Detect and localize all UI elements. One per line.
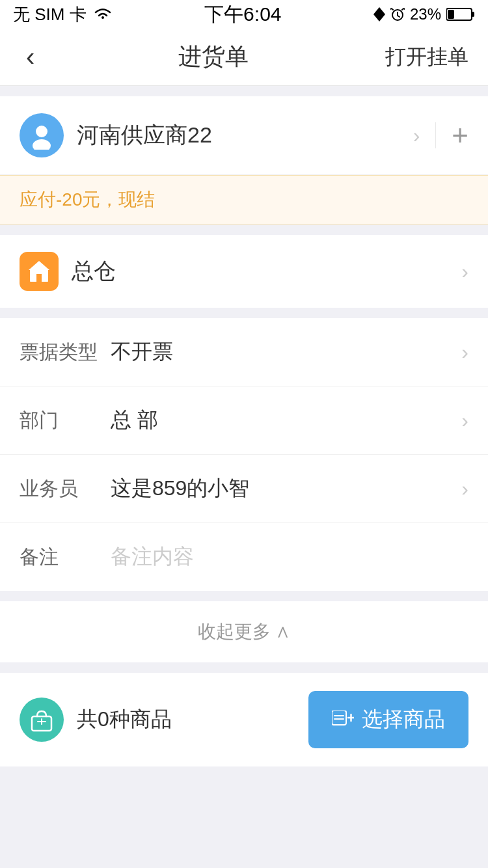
supplier-section: 河南供应商22 › + 应付-20元，现结 bbox=[0, 96, 488, 224]
svg-point-7 bbox=[33, 139, 51, 150]
remark-row[interactable]: 备注 备注内容 bbox=[0, 523, 488, 591]
supplier-name: 河南供应商22 bbox=[77, 120, 413, 150]
nav-bar: ‹ 进货单 打开挂单 bbox=[0, 29, 488, 86]
salesman-row[interactable]: 业务员 这是859的小智 › bbox=[0, 455, 488, 523]
chevron-right-icon: › bbox=[461, 409, 468, 433]
chevron-right-icon: › bbox=[413, 124, 420, 148]
form-section: 票据类型 不开票 › 部门 总 部 › 业务员 这是859的小智 › 备注 备注… bbox=[0, 318, 488, 591]
chevron-right-icon: › bbox=[461, 477, 468, 501]
status-time: 下午6:04 bbox=[204, 1, 281, 28]
status-carrier: 无 SIM 卡 bbox=[13, 3, 113, 26]
svg-rect-4 bbox=[472, 12, 474, 17]
chevron-right-icon: › bbox=[461, 260, 468, 284]
warehouse-building-icon bbox=[27, 260, 51, 283]
battery-icon bbox=[446, 7, 475, 21]
carrier-text: 无 SIM 卡 bbox=[13, 3, 87, 26]
add-supplier-button[interactable]: + bbox=[452, 119, 468, 152]
product-count: 共0种商品 bbox=[77, 705, 308, 734]
ticket-type-value: 不开票 bbox=[104, 338, 461, 366]
supplier-row[interactable]: 河南供应商22 › + bbox=[0, 96, 488, 175]
bottom-space bbox=[0, 766, 488, 868]
department-row[interactable]: 部门 总 部 › bbox=[0, 387, 488, 455]
select-product-label: 选择商品 bbox=[362, 705, 445, 734]
department-label: 部门 bbox=[20, 407, 104, 434]
svg-line-2 bbox=[398, 16, 400, 17]
warehouse-icon-bg bbox=[20, 252, 59, 291]
product-section: 共0种商品 选择商品 bbox=[0, 673, 488, 766]
person-icon bbox=[27, 121, 56, 150]
select-product-button[interactable]: 选择商品 bbox=[308, 691, 468, 748]
content-area: 河南供应商22 › + 应付-20元，现结 总仓 › 票据类型 不开票 › bbox=[0, 96, 488, 868]
department-value: 总 部 bbox=[104, 406, 461, 435]
salesman-value: 这是859的小智 bbox=[104, 474, 461, 503]
remark-label: 备注 bbox=[20, 544, 104, 571]
ticket-type-label: 票据类型 bbox=[20, 339, 104, 366]
svg-rect-10 bbox=[36, 274, 42, 282]
alarm-icon bbox=[390, 7, 405, 21]
select-product-icon bbox=[332, 711, 354, 729]
status-bar: 无 SIM 卡 下午6:04 23% bbox=[0, 0, 488, 29]
ticket-type-row[interactable]: 票据类型 不开票 › bbox=[0, 318, 488, 387]
shopping-bag-icon bbox=[29, 707, 54, 732]
product-icon-bg bbox=[20, 698, 64, 742]
supplier-avatar bbox=[20, 113, 64, 157]
svg-marker-9 bbox=[29, 261, 49, 270]
collapse-button[interactable]: 收起更多 ∧ bbox=[0, 601, 488, 662]
wifi-icon bbox=[93, 7, 113, 21]
page-title: 进货单 bbox=[178, 41, 249, 73]
warehouse-row: 总仓 › bbox=[0, 235, 488, 308]
battery-text: 23% bbox=[410, 5, 441, 23]
svg-point-6 bbox=[36, 126, 47, 137]
remark-input[interactable]: 备注内容 bbox=[104, 543, 468, 571]
svg-rect-5 bbox=[448, 10, 454, 19]
warehouse-section[interactable]: 总仓 › bbox=[0, 235, 488, 308]
location-icon bbox=[373, 7, 385, 21]
status-right: 23% bbox=[373, 5, 475, 23]
vertical-divider bbox=[435, 122, 436, 148]
supplier-notice: 应付-20元，现结 bbox=[0, 175, 488, 224]
warehouse-name: 总仓 bbox=[72, 256, 461, 286]
chevron-right-icon: › bbox=[461, 340, 468, 364]
back-button[interactable]: ‹ bbox=[20, 36, 41, 78]
svg-rect-14 bbox=[332, 711, 346, 725]
open-pending-button[interactable]: 打开挂单 bbox=[385, 43, 468, 72]
salesman-label: 业务员 bbox=[20, 476, 104, 502]
